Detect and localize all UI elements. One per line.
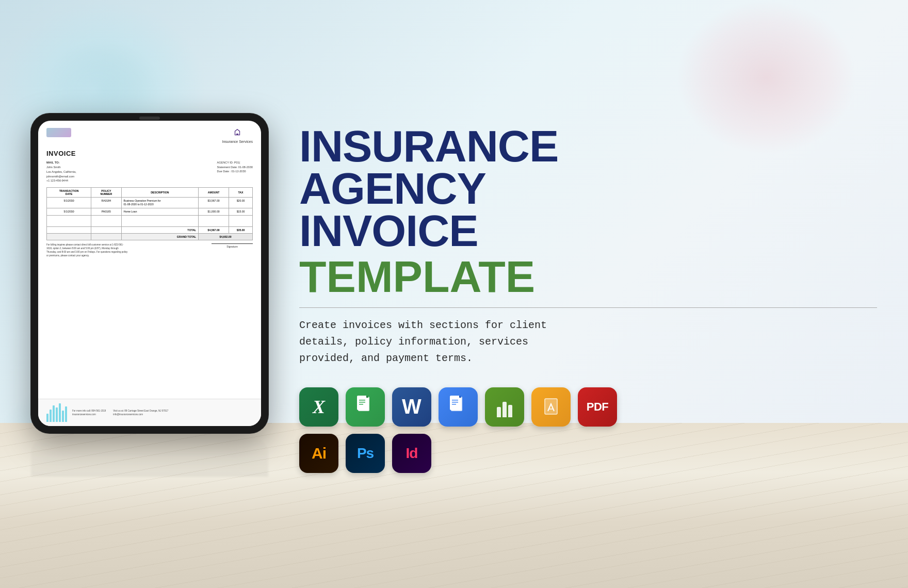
- total-amount: $4,567.00: [199, 227, 229, 234]
- col-transaction-date: TRANSACTIONDATE: [47, 188, 91, 198]
- bar2: [50, 410, 52, 422]
- numbers-icon[interactable]: [485, 387, 524, 427]
- invoice-mail-to: MAIL TO: John Smith Los Angeles, Califor…: [46, 160, 76, 183]
- svg-rect-9: [452, 402, 458, 403]
- sheets-svg: [355, 396, 376, 418]
- total-spacer1: [47, 227, 91, 234]
- bottom-contact-info: For more info call: 804-561-1519 insuran…: [72, 409, 168, 416]
- title-line2: AGENCY: [299, 168, 877, 210]
- template-label: TEMPLATE: [299, 256, 877, 298]
- tablet-section: Insurance Services INVOICE MAIL TO: John…: [31, 113, 268, 475]
- bar5: [59, 403, 61, 422]
- logo-placeholder: [46, 128, 71, 137]
- tablet-screen: Insurance Services INVOICE MAIL TO: John…: [38, 121, 261, 426]
- right-section: INSURANCE AGENCY INVOICE TEMPLATE Create…: [299, 115, 877, 473]
- grand-total-row: GRAND TOTAL $4,602.00: [47, 234, 253, 240]
- row1-policy: RA0184: [91, 198, 121, 208]
- nbar3: [508, 405, 512, 417]
- table-row: [47, 216, 253, 227]
- app-icons-section: X W: [299, 387, 877, 473]
- word-letter: W: [402, 395, 421, 418]
- statement-date: Statement Date: 01-08-2030: [217, 166, 253, 169]
- bar1: [46, 414, 48, 422]
- spacer2: [91, 216, 121, 227]
- description-text: Create invoices with sections for client…: [299, 317, 619, 367]
- total-tax: $35.00: [229, 227, 253, 234]
- row2-amount: $1,000.00: [199, 208, 229, 216]
- row2-desc: Home Loan: [121, 208, 199, 216]
- row2-date: 5/1/2030: [47, 208, 91, 216]
- divider: [299, 307, 877, 308]
- col-tax: TAX: [229, 188, 253, 198]
- grand-total-amount: $4,602.00: [199, 234, 253, 240]
- signature-label: Signature: [226, 245, 237, 248]
- invoice-title: INVOICE: [38, 148, 261, 160]
- total-row: TOTAL $4,567.00 $35.00: [47, 227, 253, 234]
- nbar1: [497, 407, 501, 417]
- main-title: INSURANCE AGENCY INVOICE: [299, 125, 877, 252]
- adobe-illustrator-icon[interactable]: Ai: [299, 434, 338, 473]
- total-label: TOTAL: [121, 227, 199, 234]
- svg-rect-7: [450, 396, 461, 410]
- google-sheets-icon[interactable]: [346, 387, 385, 427]
- bar7: [65, 406, 67, 422]
- company-name: Insurance Services: [222, 139, 253, 144]
- word-icon[interactable]: W: [392, 387, 431, 427]
- pages-icon[interactable]: [531, 387, 571, 427]
- grand-spacer1: [47, 234, 91, 240]
- billing-notice: For billing inquires please contact dire…: [46, 243, 129, 257]
- title-line3: INVOICE: [299, 210, 877, 252]
- footer-visit-info: Visit us at: 89 Carriage Street East Ora…: [113, 409, 168, 416]
- bar-chart-decoration: [46, 403, 67, 422]
- invoice-bottom-bar: For more info call: 804-561-1519 insuran…: [38, 399, 261, 426]
- svg-rect-5: [359, 404, 363, 405]
- icons-row-1: X W: [299, 387, 877, 427]
- svg-rect-2: [357, 396, 368, 410]
- col-policy-number: POLICYNUMBER: [91, 188, 121, 198]
- adobe-photoshop-icon[interactable]: Ps: [346, 434, 385, 473]
- invoice-info: MAIL TO: John Smith Los Angeles, Califor…: [38, 160, 261, 187]
- title-line1: INSURANCE: [299, 125, 877, 168]
- adobe-indesign-icon[interactable]: Id: [392, 434, 431, 473]
- invoice-agency-info: AGENCY ID: P01( Statement Date: 01-08-20…: [217, 160, 253, 183]
- row1-desc: Business Operation Premium for01-08-2020…: [121, 198, 199, 208]
- svg-rect-4: [359, 402, 365, 403]
- total-spacer2: [91, 227, 121, 234]
- spacer3: [121, 216, 199, 227]
- client-phone: +1 123-456-9444: [46, 179, 68, 182]
- agency-id: AGENCY ID: P01(: [217, 161, 240, 164]
- signature-line: [212, 243, 253, 244]
- ps-label: Ps: [357, 445, 374, 462]
- pages-svg: [541, 397, 561, 417]
- numbers-bars: [497, 397, 512, 417]
- client-email: johnsmith@email.com: [46, 175, 74, 178]
- due-date: Due Date : 01-12-2030: [217, 170, 246, 173]
- excel-icon[interactable]: X: [299, 387, 338, 427]
- invoice-table: TRANSACTIONDATE POLICYNUMBER DESCRIPTION…: [46, 187, 253, 240]
- pdf-icon[interactable]: PDF: [578, 387, 617, 427]
- row1-amount: $3,567.00: [199, 198, 229, 208]
- tablet-reflection: [31, 435, 268, 477]
- col-description: DESCRIPTION: [121, 188, 199, 198]
- grand-total-label: GRAND TOTAL: [121, 234, 199, 240]
- svg-rect-8: [452, 400, 458, 401]
- footer-call-info: For more info call: 804-561-1519 insuran…: [72, 409, 106, 416]
- client-city: Los Angeles, California,: [46, 170, 76, 173]
- mail-to-label: MAIL TO:: [46, 160, 76, 165]
- svg-rect-11: [545, 399, 557, 414]
- table-row: 5/1/2030 PA0165 Home Loan $1,000.00 $15.…: [47, 208, 253, 216]
- gdocs-svg: [449, 396, 467, 418]
- spacer4: [199, 216, 229, 227]
- ai-label: Ai: [312, 445, 326, 462]
- row2-tax: $15.00: [229, 208, 253, 216]
- google-docs-icon[interactable]: [439, 387, 478, 427]
- row1-tax: $20.00: [229, 198, 253, 208]
- excel-letter: X: [313, 396, 325, 418]
- svg-rect-3: [359, 400, 365, 401]
- col-amount: AMOUNT: [199, 188, 229, 198]
- tablet-device: Insurance Services INVOICE MAIL TO: John…: [31, 113, 268, 433]
- bar3: [53, 405, 55, 422]
- client-name: John Smith: [46, 166, 61, 169]
- row2-policy: PA0165: [91, 208, 121, 216]
- signature-area: Signature: [212, 243, 253, 248]
